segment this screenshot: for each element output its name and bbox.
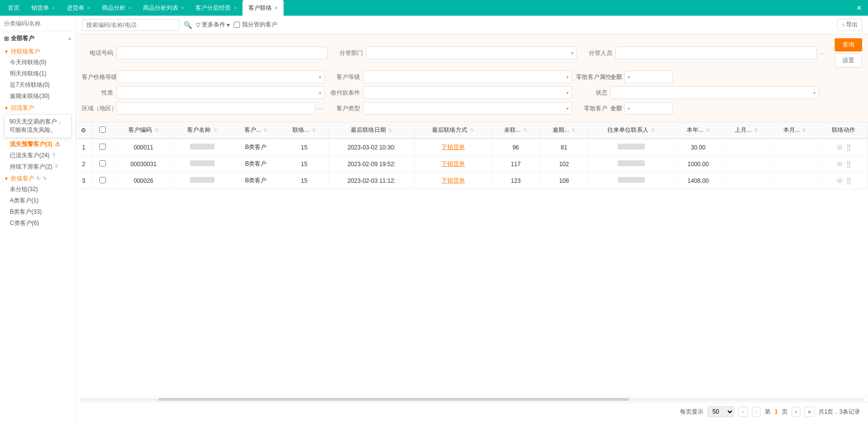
more-action-icon[interactable]: ⣿ — [846, 177, 851, 184]
th-name[interactable]: 客户名称 ⇅ — [173, 122, 232, 139]
tab-product-analysis-close[interactable]: × — [128, 5, 131, 11]
filter-select-customer-type[interactable]: ▾ — [363, 102, 572, 115]
tab-sales-close[interactable]: × — [52, 5, 55, 11]
td-not-contacted: 96 — [492, 139, 540, 156]
filter-row-3: 性质 ▾ 收付款条件 ▾ 状态 — [82, 86, 862, 99]
first-page-btn[interactable]: « — [738, 407, 748, 417]
more-action-icon[interactable]: ⣿ — [846, 160, 851, 168]
sidebar-group-value[interactable]: ▼ 价值客户 ↻ ✎ — [0, 173, 75, 184]
th-settings[interactable]: ⚙ — [76, 122, 92, 139]
tab-purchase[interactable]: 进货单 × — [61, 0, 96, 16]
td-last-contact-way[interactable]: 下销货单 — [415, 156, 492, 173]
sidebar-item-churn-warning[interactable]: 流失预警客户(3) ⚠ — [0, 139, 75, 150]
sidebar-search-input[interactable] — [4, 20, 76, 27]
contact-icon[interactable]: ☏ — [836, 144, 844, 151]
scrollbar-thumb[interactable] — [158, 398, 629, 401]
filter-select-payment[interactable]: ▾ — [363, 86, 572, 99]
sidebar-item-overdue[interactable]: 逾期未联络(30) — [0, 91, 75, 102]
arrow-icon2: ▼ — [4, 105, 9, 111]
sidebar-group-pending[interactable]: ▼ 待联络客户 — [0, 46, 75, 57]
filter-search-button[interactable]: 🔍 — [184, 21, 192, 29]
th-this-month[interactable]: 本月... ⇅ — [771, 122, 819, 139]
filter-input-person[interactable] — [615, 47, 817, 59]
tab-customer-layer[interactable]: 客户分层经营 × — [190, 0, 242, 16]
contact-icon[interactable]: ☏ — [836, 177, 844, 184]
td-checkbox[interactable] — [92, 139, 114, 156]
per-page-select[interactable]: 50 100 200 — [707, 406, 734, 417]
export-button[interactable]: ↑ 导出 — [837, 19, 862, 31]
query-button[interactable]: 查询 — [835, 38, 862, 51]
more-icon2[interactable]: ··· — [315, 104, 325, 112]
td-checkbox[interactable] — [92, 156, 114, 173]
settings-button[interactable]: 设置 — [835, 53, 862, 68]
my-customers-checkbox[interactable]: 我分管的客户 — [234, 21, 277, 29]
th-last-contact-date[interactable]: 最后联络日期 ⇅ — [328, 122, 414, 139]
sidebar-item-ungroup[interactable]: 未分组(32) — [0, 184, 75, 195]
row-checkbox[interactable] — [99, 144, 106, 150]
sidebar-item-tomorrow[interactable]: 明天待联络(1) — [0, 68, 75, 79]
tab-purchase-close[interactable]: × — [87, 5, 90, 11]
tab-customer-layer-close[interactable]: × — [234, 5, 237, 11]
row-checkbox[interactable] — [99, 160, 106, 167]
filter-select-dept[interactable]: ▾ — [366, 47, 578, 59]
sidebar-item-declining[interactable]: 持续下滑客户(2) ? — [0, 161, 75, 173]
sidebar-all-customers[interactable]: ⊞ 全部客户 « — [0, 31, 75, 46]
th-customer-type[interactable]: 客户... ⇅ — [232, 122, 280, 139]
contact-icon[interactable]: ☏ — [836, 160, 844, 168]
sidebar-item-7days[interactable]: 近7天待联络(0) — [0, 79, 75, 91]
tab-product-list-close[interactable]: × — [181, 5, 184, 11]
tab-customer-contact-close[interactable]: × — [275, 5, 278, 11]
sort-icon9: ⇅ — [651, 128, 655, 133]
filter-select-retail[interactable]: ▾ — [624, 102, 673, 115]
th-not-contacted[interactable]: 未联... ⇅ — [492, 122, 540, 139]
next-page-btn[interactable]: › — [792, 407, 800, 417]
refresh-icon[interactable]: ↻ — [36, 175, 41, 182]
sidebar-group-return[interactable]: ▼ 回流客户 — [0, 102, 75, 113]
filter-select-customer-level[interactable]: ▾ — [363, 71, 572, 83]
filter-input-region[interactable] — [116, 102, 315, 115]
last-page-btn[interactable]: » — [804, 407, 815, 417]
th-this-year[interactable]: 本年... ⇅ — [674, 122, 723, 139]
sidebar-item-class-a[interactable]: A类客户(1) — [0, 195, 75, 206]
td-last-contact-way[interactable]: 下销货单 — [415, 173, 492, 189]
th-last-contact-way[interactable]: 最后联络方式 ⇅ — [415, 122, 492, 139]
sidebar-item-today[interactable]: 今天待联络(0) — [0, 57, 75, 68]
row-checkbox[interactable] — [99, 177, 106, 183]
chevron-down-icon4: ▾ — [566, 74, 569, 80]
prev-page-btn[interactable]: ‹ — [752, 407, 761, 417]
sidebar-collapse-btn[interactable]: « — [68, 35, 72, 42]
td-last-month — [723, 173, 771, 189]
sidebar-item-class-b[interactable]: B类客户(33) — [0, 206, 75, 218]
edit-icon[interactable]: ✎ — [43, 175, 47, 182]
my-customers-check[interactable] — [234, 22, 240, 28]
tab-sales[interactable]: 销货单 × — [25, 0, 61, 16]
filter-cell-retail-attr: 零散客户属性 全部 ▾ — [576, 71, 819, 83]
filter-select-retail-attr[interactable]: ▾ — [624, 71, 673, 83]
select-all-checkbox[interactable] — [99, 126, 106, 133]
th-overdue[interactable]: 逾期... ⇅ — [540, 122, 588, 139]
filter-select-status[interactable]: ▾ — [610, 86, 819, 99]
filter-search-input[interactable] — [82, 19, 180, 31]
tab-customer-contact[interactable]: 客户联络 × — [242, 0, 284, 16]
th-code[interactable]: 客户编码 ⇅ — [114, 122, 173, 139]
window-close-btn[interactable]: ✕ — [852, 4, 866, 12]
more-icon[interactable]: ··· — [817, 49, 827, 57]
more-conditions-button[interactable]: ▽ 更多条件 ▾ — [196, 21, 230, 29]
sidebar-item-churned[interactable]: 已流失客户(24) ? — [0, 150, 75, 161]
more-action-icon[interactable]: ⣿ — [846, 144, 851, 151]
sidebar-item-class-c[interactable]: C类客户(6) — [0, 218, 75, 229]
th-contact-person[interactable]: 往来单位联系人 ⇅ — [588, 122, 674, 139]
filter-select-price-level[interactable]: ▾ — [116, 71, 325, 83]
horizontal-scrollbar[interactable] — [76, 396, 868, 402]
td-checkbox[interactable] — [92, 173, 114, 189]
filter-input-phone[interactable] — [116, 47, 328, 59]
th-checkbox[interactable] — [92, 122, 114, 139]
tab-home[interactable]: 首页 — [2, 0, 25, 16]
tab-product-list[interactable]: 商品分析列表 × — [137, 0, 190, 16]
th-last-month[interactable]: 上月... ⇅ — [723, 122, 771, 139]
td-last-contact-way[interactable]: 下销货单 — [415, 139, 492, 156]
td-action: ☏ ⣿ — [819, 156, 868, 173]
th-contact-count[interactable]: 联络... ⇅ — [280, 122, 329, 139]
filter-select-nature[interactable]: ▾ — [116, 86, 325, 99]
tab-product-analysis[interactable]: 商品分析 × — [96, 0, 137, 16]
